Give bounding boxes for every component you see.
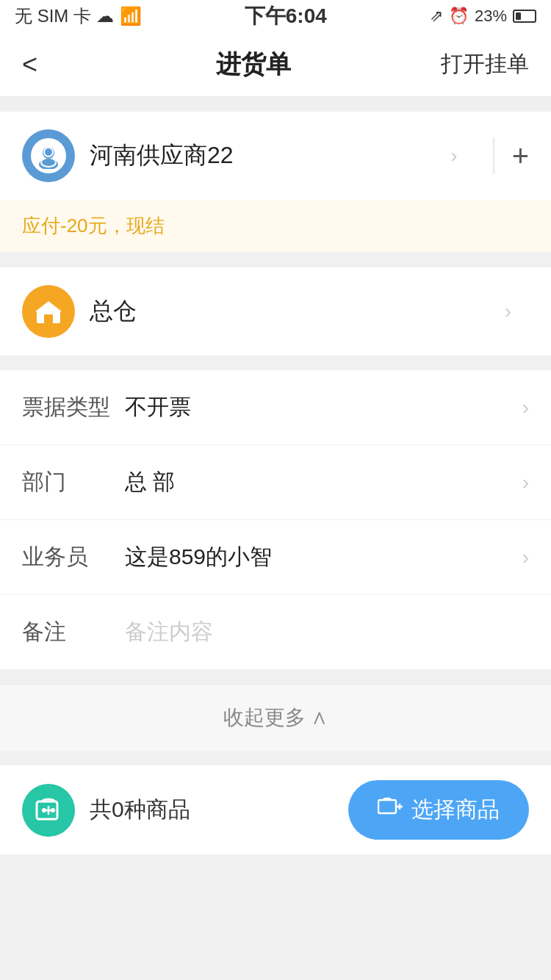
dept-label: 部门 [22,467,110,497]
supplier-name: 河南供应商22 [90,140,450,172]
dept-value: 总 部 [110,467,515,497]
salesperson-row[interactable]: 业务员 这是859的小智 › [0,520,551,595]
select-product-icon [378,797,404,823]
sim-label: 无 SIM 卡 ☁ [15,4,114,28]
salesperson-value: 这是859的小智 [110,542,515,572]
dept-row[interactable]: 部门 总 部 › [0,445,551,520]
notice-bar: 应付-20元，现结 [0,200,551,252]
product-count: 共0种商品 [90,795,348,825]
salesperson-label: 业务员 [22,542,110,572]
invoice-value: 不开票 [110,392,515,422]
invoice-chevron-icon: › [522,396,529,419]
invoice-row[interactable]: 票据类型 不开票 › [0,370,551,445]
warehouse-icon [22,285,75,338]
select-product-label: 选择商品 [411,795,500,825]
wifi-icon: 📶 [120,6,142,26]
page-title: 进货单 [216,48,291,82]
invoice-label: 票据类型 [22,392,110,422]
back-button[interactable]: < [22,49,66,80]
status-time: 下午6:04 [245,2,327,30]
svg-point-4 [45,148,52,156]
warehouse-card: 总仓 › [0,267,551,356]
select-product-button[interactable]: 选择商品 [348,780,529,840]
warehouse-chevron-icon: › [505,300,511,323]
svg-marker-7 [35,301,62,311]
nav-bar: < 进货单 打开挂单 [0,32,551,97]
remark-label: 备注 [22,617,110,647]
supplier-chevron-icon: › [450,144,457,167]
battery-label: 23% [475,7,507,26]
open-pending-button[interactable]: 打开挂单 [441,49,529,79]
location-icon: ⇗ [430,7,443,26]
remark-input[interactable]: 备注内容 [110,617,529,647]
user-icon [31,138,66,173]
status-bar: 无 SIM 卡 ☁ 📶 下午6:04 ⇗ ⏰ 23% [0,0,551,32]
page-filler [0,854,551,980]
battery-icon [513,10,536,23]
remark-row[interactable]: 备注 备注内容 [0,595,551,669]
alarm-icon: ⏰ [449,7,469,26]
svg-rect-8 [44,314,53,323]
add-supplier-button[interactable]: + [512,140,529,173]
bottom-bar: 共0种商品 选择商品 [0,765,551,854]
status-right: ⇗ ⏰ 23% [430,7,536,26]
supplier-divider [493,137,494,174]
product-icon [22,784,75,837]
salesperson-chevron-icon: › [522,546,529,569]
warehouse-name: 总仓 [90,295,505,328]
status-left: 无 SIM 卡 ☁ 📶 [15,4,142,28]
section-gap-1 [0,97,551,112]
section-gap-2 [0,252,551,267]
supplier-row[interactable]: 河南供应商22 › + [0,112,551,200]
content-area: 河南供应商22 › + 应付-20元，现结 总仓 › 票据类型 [0,97,551,980]
supplier-card: 河南供应商22 › + 应付-20元，现结 [0,112,551,252]
svg-rect-14 [378,800,396,813]
dept-chevron-icon: › [522,471,529,494]
avatar [22,129,75,182]
collapse-bar[interactable]: 收起更多 ∧ [0,684,551,751]
form-section: 票据类型 不开票 › 部门 总 部 › 业务员 这是859的小智 › 备注 备注… [0,370,551,669]
svg-point-5 [42,159,55,166]
warehouse-row[interactable]: 总仓 › [0,267,551,356]
